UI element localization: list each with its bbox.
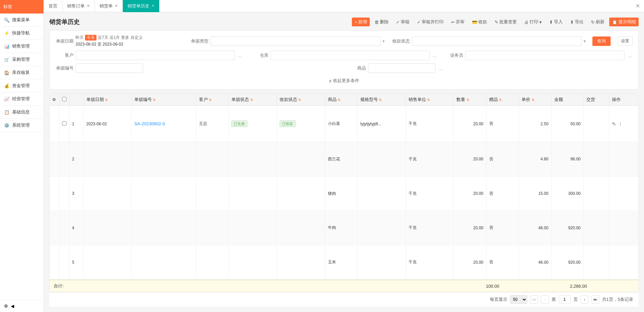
audit-button[interactable]: ✓ 审核 — [393, 18, 412, 26]
date-shortcut-7days[interactable]: 近7天 — [98, 35, 108, 41]
th-customer-label: 客户 — [199, 97, 208, 102]
sort-paymentstatus-icon: ⇅ — [298, 98, 301, 102]
settings-button[interactable]: 设置 — [617, 36, 633, 46]
sidebar-item-purchase[interactable]: 🛒 采购管理 — [0, 53, 44, 66]
sidebar-label: 快捷导航 — [12, 30, 30, 36]
cell-product-3: 牛肉 — [325, 211, 357, 245]
sidebar-bottom: ⚙ ◀ — [0, 300, 44, 312]
doc-type-select[interactable] — [211, 36, 381, 46]
last-page-button[interactable]: ⏭ — [591, 295, 599, 304]
table-row: 12023-06-02 SA-20230602-0 王总 已生效 已收款 小白菜… — [50, 106, 638, 142]
edit-icon[interactable]: ✎ — [612, 121, 616, 127]
payment-status-select[interactable] — [412, 36, 582, 46]
tab-sales-goods[interactable]: 销货单 ✕ — [95, 0, 123, 12]
first-page-button[interactable]: ⏮ — [530, 295, 538, 304]
close-all-tabs[interactable]: ✕ — [632, 3, 644, 9]
salesperson-input[interactable] — [465, 51, 624, 60]
sort-unit-icon: ⇅ — [427, 98, 430, 102]
cell-docstatus-3 — [229, 211, 277, 245]
th-config[interactable]: ⚙ — [50, 94, 59, 106]
sidebar-item-quicknav[interactable]: ⚡ 快捷导航 — [0, 27, 44, 40]
cell-checkbox-1 — [59, 142, 69, 177]
query-button[interactable]: 查询 — [592, 36, 611, 46]
th-doc-status[interactable]: 单据状态 ⇅ — [229, 94, 277, 106]
th-payment-status[interactable]: 收款状态 ⇅ — [277, 94, 325, 106]
refresh-button[interactable]: ↻ 刷新 — [588, 18, 607, 26]
th-gift[interactable]: 赠品 ⇅ — [486, 94, 519, 106]
audit-print-button[interactable]: ✓ 审核并打印 — [414, 18, 446, 26]
tab-sales-history[interactable]: 销货单历史 ✕ — [123, 0, 160, 12]
detail-icon: 📋 — [612, 20, 617, 25]
tab-sales-order[interactable]: 销售订单 ✕ — [62, 0, 95, 12]
date-range: 昨天 今天 近7天 近1月 更多 自定义 2023-06-02 至 2023-0… — [76, 35, 143, 47]
cell-amount-1: 96.00 — [551, 142, 583, 177]
th-price[interactable]: 单价 ⇅ — [519, 94, 551, 106]
th-customer[interactable]: 客户 ⇅ — [196, 94, 228, 106]
sidebar-item-sales[interactable]: 📊 销售管理 — [0, 40, 44, 53]
th-unit[interactable]: 销售单位 ⇅ — [405, 94, 454, 106]
summary-label: 合计: — [54, 283, 64, 289]
sidebar-settings-icon[interactable]: ⚙ — [4, 304, 8, 309]
th-doc-no[interactable]: 单据编号 ⇅ — [132, 94, 196, 106]
date-shortcut-more[interactable]: 更多 — [121, 35, 129, 41]
doc-type-select-wrapper — [211, 36, 381, 46]
table-header-row: ⚙ 单据日期 ⇅ 单据编号 ⇅ — [50, 94, 638, 106]
cell-delivery-4 — [583, 245, 609, 280]
doc-no-input[interactable] — [76, 63, 143, 73]
sidebar-item-inventory[interactable]: 🏠 库存核算 — [0, 66, 44, 79]
th-product[interactable]: 商品 ⇅ — [325, 94, 357, 106]
collect-button[interactable]: 💳 收款 — [469, 18, 490, 26]
prev-page-button[interactable]: ‹ — [541, 295, 549, 304]
page-input[interactable] — [559, 295, 571, 304]
date-shortcut-1month[interactable]: 近1月 — [110, 35, 120, 41]
th-date[interactable]: 单据日期 ⇅ — [83, 94, 132, 106]
import-button[interactable]: ⬆ 导入 — [547, 18, 565, 26]
export-button[interactable]: ⬇ 导出 — [567, 18, 586, 26]
th-spec[interactable]: 规格型号 ⇅ — [358, 94, 406, 106]
table-row: 5 玉米千克20.00否46.00920.00 — [50, 245, 638, 280]
date-shortcut-yesterday[interactable]: 昨天 — [76, 35, 84, 41]
salesperson-ellipsis[interactable]: ... — [626, 53, 633, 58]
more-icon[interactable]: ⋮ — [618, 121, 623, 127]
tab-sales-order-close[interactable]: ✕ — [87, 4, 90, 8]
cell-actions-2 — [609, 176, 638, 211]
customer-ellipsis[interactable]: ... — [237, 53, 243, 58]
th-qty[interactable]: 数量 ⇅ — [454, 94, 486, 106]
doc-no-link[interactable]: SA-20230602-0 — [134, 121, 165, 126]
summary-row: 合计: 100.00 2,286.00 — [50, 280, 638, 292]
tab-sales-history-close[interactable]: ✕ — [151, 4, 155, 8]
sidebar-item-finance[interactable]: 💰 资金管理 — [0, 79, 44, 93]
sidebar-item-basic-info[interactable]: 📋 基础信息 — [0, 106, 44, 119]
sidebar-item-operations[interactable]: 📈 经营管理 — [0, 93, 44, 106]
next-page-button[interactable]: › — [581, 295, 589, 304]
date-shortcut-today[interactable]: 今天 — [85, 35, 96, 41]
collapse-filter-button[interactable]: ∧ 收起更多条件 — [55, 76, 633, 85]
cell-customer-0: 王总 — [196, 106, 228, 142]
export-icon: ⬇ — [570, 20, 574, 25]
add-button[interactable]: + 新增 — [352, 18, 370, 26]
row-checkbox[interactable] — [62, 121, 66, 126]
show-detail-button[interactable]: 📋 显示明细 — [609, 18, 639, 26]
cell-seq-2: 3 — [69, 176, 83, 211]
date-shortcut-custom[interactable]: 自定义 — [131, 35, 143, 41]
customer-input[interactable] — [76, 51, 235, 60]
page-size-select[interactable]: 50 20 100 — [510, 295, 527, 304]
tab-home[interactable]: 首页 — [44, 0, 62, 12]
date-label: 单据日期 — [55, 38, 74, 44]
abandon-button[interactable]: ↩ 弃审 — [448, 18, 467, 26]
tab-sales-goods-close[interactable]: ✕ — [115, 4, 118, 8]
warehouse-ellipsis[interactable]: ... — [432, 53, 438, 58]
sort-product-icon: ⇅ — [338, 98, 340, 102]
product-ellipsis[interactable]: ... — [438, 66, 444, 71]
delete-button[interactable]: 🗑 删除 — [372, 18, 391, 26]
batch-change-button[interactable]: ✎ 批量变更 — [492, 18, 520, 26]
sort-spec-icon: ⇅ — [379, 98, 382, 102]
sidebar-item-system[interactable]: ⚙️ 系统管理 — [0, 119, 44, 132]
warehouse-input[interactable] — [271, 51, 430, 60]
sidebar-collapse-icon[interactable]: ◀ — [11, 304, 14, 309]
cell-date-4 — [83, 245, 132, 280]
select-all-checkbox[interactable] — [62, 97, 66, 101]
print-button[interactable]: 🖨 打印 ▾ — [522, 18, 544, 26]
product-input[interactable] — [368, 63, 436, 73]
sidebar-item-search[interactable]: 🔍 搜索菜单 — [0, 14, 44, 27]
